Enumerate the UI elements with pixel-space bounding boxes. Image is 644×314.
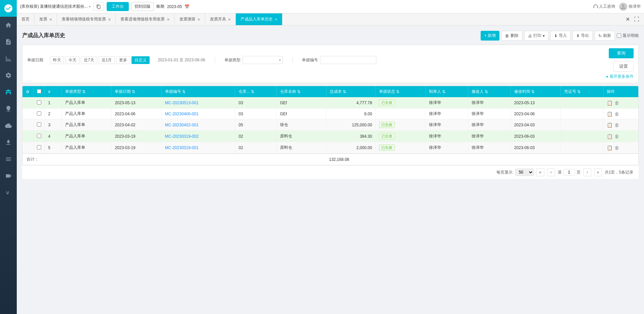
tab-product-inbound[interactable]: 产成品入库单历史 × <box>236 13 282 25</box>
tab-expand-btn[interactable]: ⛶ <box>633 16 641 23</box>
sidebar-item-settings[interactable] <box>0 67 17 84</box>
th-checkbox[interactable] <box>33 86 45 97</box>
row-delete-btn[interactable]: 🗑 <box>614 100 619 106</box>
th-creator-sort[interactable]: 制单人 ⇅ <box>429 89 465 95</box>
td-checkbox[interactable] <box>33 119 45 131</box>
first-page-btn[interactable]: « <box>536 168 544 176</box>
sidebar-item-download[interactable] <box>0 134 17 151</box>
import-btn[interactable]: ⬇ 导入 <box>550 31 571 41</box>
sidebar-item-analytics[interactable] <box>0 50 17 67</box>
row-checkbox-3[interactable] <box>37 134 41 138</box>
next-page-btn[interactable]: › <box>583 168 591 176</box>
td-date: 2023-03-19 <box>111 142 161 153</box>
td-number-link[interactable]: MC-20230406-001 <box>165 112 199 116</box>
export-icon: ⬆ <box>576 34 580 38</box>
show-summary-checkbox-wrapper[interactable]: 显示明细 <box>617 33 639 39</box>
date-btn-more[interactable]: 更多 <box>116 56 130 64</box>
th-modify-time-sort[interactable]: 修改时间 ⇅ <box>514 89 557 95</box>
print-btn[interactable]: 🖨 打印 ▾ <box>524 31 548 41</box>
tab-invoice-calc[interactable]: 发票测算 × <box>175 13 205 25</box>
th-warehouse-code-sort[interactable]: 仓库... ⇅ <box>238 89 273 95</box>
row-edit-btn[interactable]: 📋 <box>607 145 612 150</box>
row-delete-btn[interactable]: 🗑 <box>614 134 619 139</box>
tab-invoice-calc-close[interactable]: × <box>198 17 200 22</box>
set-btn[interactable]: 设置 <box>613 61 634 72</box>
sidebar-item-stamp[interactable] <box>0 101 17 117</box>
td-checkbox[interactable] <box>33 109 45 119</box>
th-date-sort[interactable]: 单据日期 ⇅ <box>115 89 158 95</box>
th-number-sort[interactable]: 单据编号 ⇅ <box>165 89 232 95</box>
td-checkbox[interactable] <box>33 97 45 109</box>
page-input[interactable] <box>563 169 575 176</box>
new-btn[interactable]: + 新增 <box>481 31 499 41</box>
refresh-btn[interactable]: ↻ 刷新 <box>595 31 615 41</box>
row-checkbox-1[interactable] <box>37 111 41 116</box>
th-total-cost-sort[interactable]: 总成本 ⇅ <box>330 89 372 95</box>
tab-invoice-open-close[interactable]: × <box>228 17 231 22</box>
row-checkbox-0[interactable] <box>37 100 41 105</box>
td-number-link[interactable]: MC-20230319-002 <box>165 134 199 139</box>
export-btn[interactable]: ⬆ 导出 <box>573 31 593 41</box>
row-edit-btn[interactable]: 📋 <box>607 134 612 139</box>
expand-filter-btn[interactable]: ▾ 展开更多条件 <box>606 74 634 79</box>
select-all-checkbox[interactable] <box>37 89 41 93</box>
show-summary-checkbox[interactable] <box>617 34 621 38</box>
th-warehouse-name-sort[interactable]: 仓库名称 ⇅ <box>280 89 323 95</box>
date-btn-custom[interactable]: 自定义 <box>131 56 150 64</box>
tab-invoice-close[interactable]: × <box>49 17 52 22</box>
calendar-icon[interactable]: 📅 <box>184 4 190 9</box>
tab-input-vat-close[interactable]: × <box>167 17 169 22</box>
query-btn[interactable]: 查询 <box>609 48 634 58</box>
sidebar-item-warehouse[interactable] <box>0 84 17 101</box>
number-filter-input[interactable] <box>320 56 376 64</box>
date-btn-7days[interactable]: 近7天 <box>81 56 97 64</box>
sidebar-item-cloud[interactable] <box>0 117 17 134</box>
user-menu[interactable]: 徐泽华 <box>619 3 641 11</box>
td-checkbox[interactable] <box>33 131 45 142</box>
type-select[interactable] <box>243 56 283 64</box>
tab-invoice-open[interactable]: 发票开具 × <box>205 13 236 25</box>
sidebar-item-v[interactable]: V <box>0 184 17 201</box>
th-voucher-sort[interactable]: 凭证号 ⇅ <box>564 89 600 95</box>
sidebar-item-config[interactable] <box>0 151 17 168</box>
row-edit-btn[interactable]: 📋 <box>607 111 612 117</box>
workbench-btn[interactable]: 工作台 <box>107 2 129 11</box>
app-logo[interactable] <box>0 0 17 17</box>
row-delete-btn[interactable]: 🗑 <box>614 111 619 117</box>
row-checkbox-4[interactable] <box>37 145 41 149</box>
row-checkbox-2[interactable] <box>37 122 41 127</box>
date-btn-today[interactable]: 今天 <box>65 56 79 64</box>
td-number-link[interactable]: MC-20230513-001 <box>165 101 199 105</box>
old-version-btn[interactable]: 切到旧版 <box>131 2 154 11</box>
per-page-select[interactable]: 50 100 <box>515 169 534 176</box>
th-status-sort[interactable]: 单据状态 ⇅ <box>379 89 422 95</box>
tab-sales-vat[interactable]: 查看销项增值税专用发票 × <box>57 13 116 25</box>
row-edit-btn[interactable]: 📋 <box>607 100 612 106</box>
td-number-link[interactable]: MC-20230402-001 <box>165 123 199 127</box>
tab-close-all-btn[interactable]: ✕ <box>624 15 631 23</box>
td-number-link[interactable]: MC-20230319-001 <box>165 145 199 150</box>
row-edit-btn[interactable]: 📋 <box>607 122 612 128</box>
tab-product-inbound-close[interactable]: × <box>275 17 277 22</box>
tab-invoice[interactable]: 发票 × <box>35 13 57 25</box>
row-delete-btn[interactable]: 🗑 <box>614 145 619 150</box>
company-selector[interactable]: (库存核算) 直播轻捷通信息技术股份... ▾ <box>20 4 91 9</box>
date-btn-1month[interactable]: 近1月 <box>99 56 115 64</box>
sidebar-item-home[interactable] <box>0 17 17 34</box>
date-btn-yesterday[interactable]: 昨天 <box>50 56 64 64</box>
row-delete-btn[interactable]: 🗑 <box>614 122 619 128</box>
tab-home[interactable]: 首页 <box>17 13 35 25</box>
th-type-sort[interactable]: 单据类型 ⇅ <box>65 89 108 95</box>
tab-sales-vat-close[interactable]: × <box>108 17 111 22</box>
sidebar-item-video[interactable] <box>0 168 17 184</box>
delete-btn[interactable]: 🗑 删除 <box>501 31 522 41</box>
sidebar-item-invoice[interactable] <box>0 34 17 50</box>
support-btn[interactable]: 人工咨询 <box>593 4 615 9</box>
last-page-btn[interactable]: » <box>594 168 602 176</box>
document-copy-btn[interactable] <box>93 2 104 11</box>
th-settings[interactable]: ⚙ <box>22 86 33 97</box>
td-checkbox[interactable] <box>33 142 45 153</box>
prev-page-btn[interactable]: ‹ <box>547 168 555 176</box>
th-modifier-sort[interactable]: 修改人 ⇅ <box>472 89 507 95</box>
tab-input-vat[interactable]: 查看进项增值税专用发票 × <box>116 13 174 25</box>
